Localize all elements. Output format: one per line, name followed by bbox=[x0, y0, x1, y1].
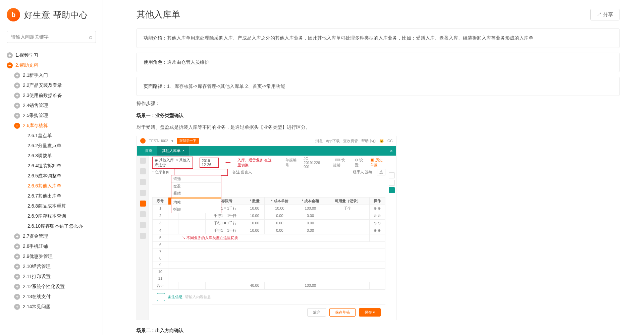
ss-tab-active: 其他入库单× bbox=[157, 146, 190, 156]
ss-brand-icon bbox=[140, 138, 146, 144]
ss-right-tools bbox=[389, 156, 396, 320]
share-button[interactable]: ↗ 分享 bbox=[590, 9, 620, 20]
nav-label: 2.6.1盘点单 bbox=[28, 133, 52, 139]
nav-docs[interactable]: –2.帮助文档 bbox=[7, 60, 96, 70]
ss-dd-opt: 受赠 bbox=[171, 190, 221, 197]
intro-label: 功能介绍： bbox=[144, 35, 167, 41]
nav-2-6-6[interactable]: 2.6.6其他入库单 bbox=[7, 181, 96, 191]
ss-leftnav bbox=[137, 156, 149, 320]
plus-icon: + bbox=[14, 103, 20, 109]
nav-2-11[interactable]: +2.11打印设置 bbox=[7, 272, 96, 282]
intro-text: 其他入库单用来处理除采购入库、产成品入库之外的其他入库业务，因此其他入库单可处理… bbox=[167, 35, 533, 41]
ss-dd-opt: 盘盈 bbox=[171, 183, 221, 190]
nav-2-9[interactable]: +2.9优惠券管理 bbox=[7, 252, 96, 262]
nav-2-6-1[interactable]: 2.6.1盘点单 bbox=[7, 131, 96, 141]
ss-maker: 经手人 选填 bbox=[353, 170, 372, 175]
nav-label: 2.7资金管理 bbox=[23, 233, 48, 239]
search-icon[interactable]: ⌕ bbox=[89, 34, 93, 41]
share-label: 分享 bbox=[603, 11, 613, 17]
ss-docno: JC-20191226-001 bbox=[304, 157, 326, 169]
nav-2-12[interactable]: +2.12系统个性化设置 bbox=[7, 282, 96, 292]
search-input[interactable] bbox=[7, 31, 96, 43]
path-text: 1、库存核算->库存管理->其他入库单 2、首页->常用功能 bbox=[167, 83, 285, 89]
nav-label: 2.6.9库存账本查询 bbox=[28, 213, 66, 219]
ss-date: 2019-12-26 bbox=[200, 158, 219, 168]
nav-label: 2.12系统个性化设置 bbox=[23, 284, 65, 290]
nav-2-2[interactable]: +2.2产品安装及登录 bbox=[7, 80, 96, 91]
ss-dd-opt: 拆卸 bbox=[171, 206, 221, 213]
plus-icon: + bbox=[14, 304, 20, 310]
nav-2-6-7[interactable]: 2.6.7其他出库单 bbox=[7, 191, 96, 201]
nav-label: 2.1新手入门 bbox=[23, 72, 48, 78]
plus-icon: + bbox=[14, 93, 20, 99]
path-label: 页面路径： bbox=[144, 83, 167, 89]
nav-2-6-5[interactable]: 2.6.5成本调整单 bbox=[7, 171, 96, 181]
ss-toplink: App下载 bbox=[326, 138, 340, 144]
search-box: ⌕ bbox=[7, 31, 96, 43]
path-box: 页面路径：1、库存核算->库存管理->其他入库单 2、首页->常用功能 bbox=[137, 77, 620, 96]
ss-toplink: 帮助中心 bbox=[361, 138, 376, 144]
nav-label: 2.6.7其他出库单 bbox=[28, 193, 61, 199]
minus-icon: – bbox=[7, 62, 13, 68]
nav-label: 2.6.5成本调整单 bbox=[28, 173, 61, 179]
page-title: 其他入库单 bbox=[137, 9, 180, 20]
ss-draft: 保存草稿 bbox=[329, 308, 356, 317]
steps-label: 操作步骤： bbox=[137, 101, 620, 107]
nav-2-5[interactable]: +2.5采购管理 bbox=[7, 111, 96, 121]
ss-memo: 备注 留言人 bbox=[232, 170, 252, 175]
ss-discard: 放弃 bbox=[307, 308, 326, 317]
plus-icon: + bbox=[14, 284, 20, 290]
nav-2-6-4[interactable]: 2.6.4组装拆卸单 bbox=[7, 161, 96, 171]
ss-tabbar: 首页 其他入库单× × bbox=[137, 146, 396, 156]
ss-tab-home: 首页 bbox=[140, 146, 157, 156]
plus-icon: + bbox=[14, 72, 20, 78]
plus-icon: + bbox=[14, 233, 20, 239]
role-text: 通常由仓管人员维护 bbox=[167, 59, 209, 65]
nav-label: 2.3使用前数据准备 bbox=[23, 93, 62, 99]
nav-2-6-8[interactable]: 2.6.8商品成本重算 bbox=[7, 201, 96, 211]
nav-2-13[interactable]: +2.13在线支付 bbox=[7, 292, 96, 302]
nav-2-3[interactable]: +2.3使用前数据准备 bbox=[7, 91, 96, 101]
nav-label: 2.9优惠券管理 bbox=[23, 254, 53, 260]
sidebar: b 好生意 帮助中心 ⌕ +1.视频学习 –2.帮助文档 +2.1新手入门 +2… bbox=[0, 0, 103, 335]
ss-anno-mid: 不同业务的入库类型在这里切换 bbox=[186, 236, 238, 240]
site-title: 好生意 帮助中心 bbox=[24, 9, 88, 20]
nav-2-10[interactable]: +2.10经营管理 bbox=[7, 262, 96, 272]
ss-toplink: 消息 bbox=[315, 138, 323, 144]
nav-label: 2.11打印设置 bbox=[23, 274, 51, 280]
nav-video[interactable]: +1.视频学习 bbox=[7, 50, 96, 60]
nav-2-14[interactable]: +2.14常见问题 bbox=[7, 302, 96, 312]
nav-2-6-3[interactable]: 2.6.3调拨单 bbox=[7, 151, 96, 161]
ss-toplink: CC bbox=[387, 139, 393, 143]
ss-anno-top: 入库、退货业务 在这里切换 bbox=[237, 158, 272, 168]
site-logo[interactable]: b 好生意 帮助中心 bbox=[7, 8, 96, 21]
nav-2-6[interactable]: –2.6库存核算 bbox=[7, 121, 96, 131]
nav-label: 2.6.4组装拆卸单 bbox=[28, 163, 61, 169]
nav-label: 2.6.8商品成本重算 bbox=[28, 203, 66, 209]
nav-2-1[interactable]: +2.1新手入门 bbox=[7, 70, 96, 80]
nav-2-7[interactable]: +2.7资金管理 bbox=[7, 231, 96, 241]
nav-label: 2.6.6其他入库单 bbox=[28, 183, 61, 189]
nav-label: 2.6.10库存账本错了怎么办 bbox=[28, 223, 83, 229]
plus-icon: + bbox=[14, 294, 20, 300]
nav-label: 2.6.3调拨单 bbox=[28, 153, 52, 159]
intro-box: 功能介绍：其他入库单用来处理除采购入库、产成品入库之外的其他入库业务，因此其他入… bbox=[137, 29, 620, 48]
nav-label: 2.14常见问题 bbox=[23, 304, 51, 310]
plus-icon: + bbox=[7, 52, 13, 58]
plus-icon: + bbox=[14, 264, 20, 270]
nav-2-4[interactable]: +2.4销售管理 bbox=[7, 101, 96, 111]
logo-icon: b bbox=[7, 8, 20, 21]
nav-label: 2.帮助文档 bbox=[15, 62, 38, 68]
nav-2-8[interactable]: +2.8手机旺铺 bbox=[7, 241, 96, 252]
role-label: 使用角色： bbox=[144, 59, 167, 65]
plus-icon: + bbox=[14, 274, 20, 280]
ss-guide-btn: 跟我学一下 bbox=[177, 138, 199, 144]
nav-label: 2.6.2分量盘点单 bbox=[28, 143, 61, 149]
nav-label: 2.8手机旺铺 bbox=[23, 243, 48, 249]
nav-2-6-9[interactable]: 2.6.9库存账本查询 bbox=[7, 211, 96, 221]
scene1-title: 场景一：业务类型确认 bbox=[137, 113, 620, 119]
scene1-body: 对于受赠、盘盈或是拆装入库等不同的业务，是通过单据头【业务类型】进行区分。 bbox=[137, 123, 620, 132]
nav-2-6-10[interactable]: 2.6.10库存账本错了怎么办 bbox=[7, 221, 96, 231]
nav-2-6-2[interactable]: 2.6.2分量盘点单 bbox=[7, 141, 96, 151]
ss-topbar: TEST-H002 ▾ 跟我学一下 消息 App下载 查收费管 帮助中心 🐱 C… bbox=[137, 136, 396, 146]
